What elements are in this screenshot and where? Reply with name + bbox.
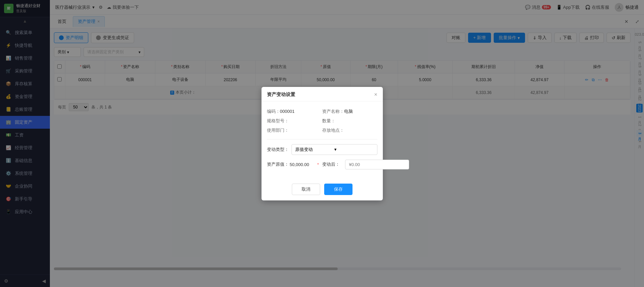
modal-dept-field: 使用部门： (267, 126, 322, 135)
select-dropdown-icon: ▾ (334, 147, 374, 152)
modal-divider (267, 139, 377, 139)
asset-change-modal: 资产变动设置 × 编码： 000001 资产名称： 电脑 规格型号： 数量： (262, 87, 383, 200)
modal-quantity-field: 数量： (322, 116, 377, 126)
modal-name-field: 资产名称： 电脑 (322, 107, 377, 116)
change-type-select[interactable]: 原值变动 ▾ (292, 144, 377, 155)
original-value-display: 50,000.00 (290, 162, 309, 167)
modal-overlay[interactable]: 资产变动设置 × 编码： 000001 资产名称： 电脑 规格型号： 数量： (0, 0, 644, 287)
original-value-row: 资产原值： 50,000.00 * 变动后： (267, 160, 377, 169)
modal-body: 编码： 000001 资产名称： 电脑 规格型号： 数量： 使用部门： (262, 101, 383, 180)
modal-code-field: 编码： 000001 (267, 107, 322, 116)
cancel-button[interactable]: 取消 (292, 184, 320, 195)
save-button[interactable]: 保存 (324, 184, 352, 195)
modal-info-grid: 编码： 000001 资产名称： 电脑 规格型号： 数量： 使用部门： (267, 107, 377, 135)
after-change-input[interactable] (345, 160, 409, 169)
modal-close-btn[interactable]: × (374, 92, 377, 98)
modal-location-field: 存放地点： (322, 126, 377, 135)
modal-title: 资产变动设置 (267, 92, 295, 98)
modal-spec-field: 规格型号： (267, 116, 322, 126)
change-type-row: 变动类型： 原值变动 ▾ (267, 144, 377, 155)
modal-footer: 取消 保存 (262, 180, 383, 200)
modal-header: 资产变动设置 × (262, 87, 383, 101)
